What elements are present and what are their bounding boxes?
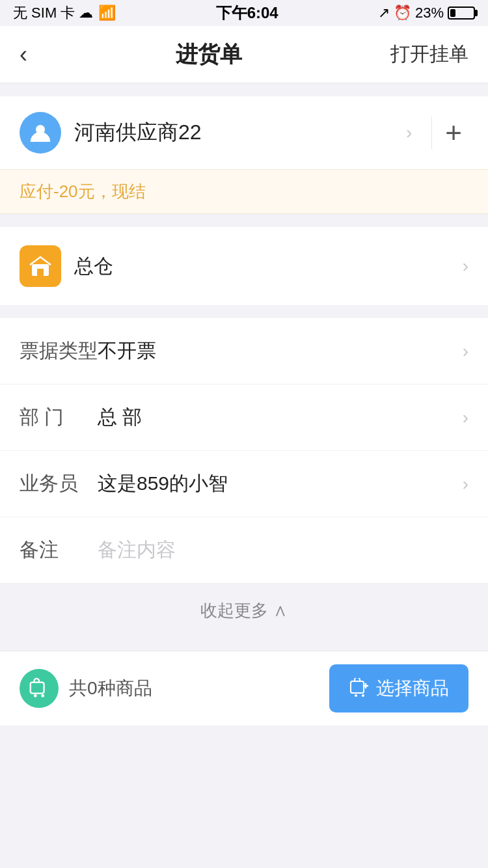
invoice-type-chevron-icon: › — [463, 341, 468, 362]
status-left: 无 SIM 卡 ☁ 📶 — [13, 3, 116, 23]
battery-icon — [448, 7, 475, 20]
department-chevron-icon: › — [463, 407, 468, 428]
back-button[interactable]: ‹ — [20, 41, 27, 68]
department-row[interactable]: 部 门 总 部 › — [0, 385, 488, 451]
alarm-icon: ⏰ — [394, 5, 411, 21]
supplier-avatar — [20, 112, 61, 154]
salesperson-label: 业务员 — [20, 470, 98, 497]
salesperson-value: 这是859的小智 — [98, 470, 463, 497]
department-label: 部 门 — [20, 404, 98, 431]
bottom-bar: 共0种商品 选择商品 — [0, 651, 488, 726]
svg-point-4 — [34, 694, 37, 698]
svg-rect-6 — [351, 681, 364, 693]
select-product-label: 选择商品 — [376, 676, 449, 701]
status-right: ↗ ⏰ 23% — [378, 5, 475, 21]
product-icon-wrap — [20, 669, 59, 708]
svg-point-5 — [41, 694, 44, 698]
remark-label: 备注 — [20, 537, 98, 563]
supplier-name: 河南供应商22 — [74, 118, 406, 147]
status-bar: 无 SIM 卡 ☁ 📶 下午6:04 ↗ ⏰ 23% — [0, 0, 488, 26]
section-gap-4 — [0, 638, 488, 651]
open-pending-button[interactable]: 打开挂单 — [390, 41, 468, 68]
invoice-type-label: 票据类型 — [20, 338, 98, 364]
svg-rect-2 — [37, 269, 44, 276]
svg-point-8 — [362, 694, 364, 697]
person-icon — [29, 121, 52, 144]
warehouse-icon-wrap — [20, 245, 61, 287]
warehouse-name: 总仓 — [74, 253, 463, 280]
battery-percent: 23% — [415, 5, 444, 21]
svg-point-7 — [355, 694, 357, 697]
salesperson-chevron-icon: › — [463, 474, 468, 495]
warehouse-section: 总仓 › — [0, 227, 488, 305]
salesperson-row[interactable]: 业务员 这是859的小智 › — [0, 451, 488, 517]
supplier-row[interactable]: 河南供应商22 › + — [0, 96, 488, 169]
add-button[interactable]: + — [439, 116, 468, 149]
svg-rect-3 — [31, 683, 44, 694]
select-product-button[interactable]: 选择商品 — [329, 664, 468, 712]
notice-bar: 应付-20元，现结 — [0, 169, 488, 214]
location-icon: ↗ — [378, 5, 390, 21]
remark-value[interactable]: 备注内容 — [98, 537, 468, 563]
nav-bar: ‹ 进货单 打开挂单 — [0, 26, 488, 83]
invoice-type-row[interactable]: 票据类型 不开票 › — [0, 318, 488, 385]
page-title: 进货单 — [176, 40, 242, 70]
vertical-divider — [431, 116, 432, 149]
section-gap-3 — [0, 305, 488, 318]
wifi-icon: 📶 — [98, 5, 116, 21]
cart-icon — [28, 677, 50, 699]
collapse-toggle[interactable]: 收起更多 ∧ — [0, 584, 488, 638]
warehouse-chevron-icon: › — [463, 256, 468, 277]
product-count-text: 共0种商品 — [69, 676, 329, 701]
invoice-type-value: 不开票 — [98, 338, 463, 364]
supplier-chevron-icon: › — [406, 122, 412, 143]
sim-label: 无 SIM 卡 ☁ — [13, 3, 93, 23]
section-gap-2 — [0, 214, 488, 227]
warehouse-row[interactable]: 总仓 › — [0, 227, 488, 305]
select-product-icon — [349, 678, 370, 699]
warehouse-icon — [29, 254, 52, 278]
supplier-section: 河南供应商22 › + 应付-20元，现结 — [0, 96, 488, 214]
section-gap-1 — [0, 83, 488, 96]
department-value: 总 部 — [98, 404, 463, 431]
form-section: 票据类型 不开票 › 部 门 总 部 › 业务员 这是859的小智 › 备注 备… — [0, 318, 488, 584]
collapse-label: 收起更多 ∧ — [200, 599, 287, 622]
status-time: 下午6:04 — [216, 3, 278, 23]
remark-row[interactable]: 备注 备注内容 — [0, 517, 488, 584]
